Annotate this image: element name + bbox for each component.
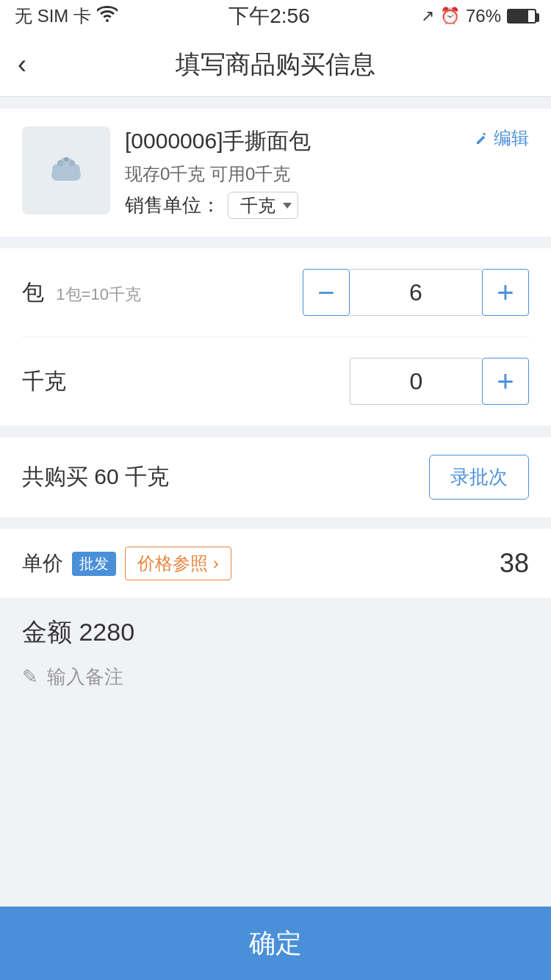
back-button[interactable]: ‹ (18, 49, 26, 80)
qty-input-kg[interactable] (350, 358, 482, 405)
status-time: 下午2:56 (228, 2, 310, 30)
quantity-section: 包 1包=10千克 − + 千克 + (0, 248, 551, 425)
price-section: 单价 批发 价格参照 › 38 (0, 529, 551, 598)
note-row[interactable]: ✎ 输入备注 (22, 664, 529, 690)
increment-bao-button[interactable]: + (482, 269, 529, 316)
qty-controls-kg: + (350, 358, 529, 405)
total-text: 共购买 60 千克 (22, 462, 169, 492)
edit-label: 编辑 (494, 126, 529, 150)
nav-bar: ‹ 填写商品购买信息 (0, 32, 551, 97)
status-left: 无 SIM 卡 (15, 4, 118, 28)
carrier-text: 无 SIM 卡 (15, 4, 91, 28)
quantity-row-bao: 包 1包=10千克 − + (22, 248, 529, 337)
amount-value: 2280 (79, 618, 134, 646)
product-thumbnail (22, 126, 110, 215)
product-stock: 现存0千克 可用0千克 (125, 162, 529, 186)
product-card: [0000006]手撕面包 编辑 现存0千克 可用0千克 销售单位： 千克 (0, 109, 551, 237)
price-row: 单价 批发 价格参照 › 38 (22, 547, 529, 580)
location-icon: ↗ (421, 7, 434, 26)
product-info: [0000006]手撕面包 编辑 现存0千克 可用0千克 销售单位： 千克 (125, 126, 529, 219)
total-prefix: 共购买 (22, 464, 88, 489)
total-unit: 千克 (125, 464, 169, 489)
svg-point-4 (57, 160, 63, 166)
status-bar: 无 SIM 卡 下午2:56 ↗ ⏰ 76% (0, 0, 551, 32)
increment-kg-button[interactable]: + (482, 358, 529, 405)
price-badge: 批发 (72, 552, 116, 576)
qty-input-bao[interactable] (350, 269, 482, 316)
batch-button[interactable]: 录批次 (429, 455, 529, 500)
qty-label-kg: 千克 (22, 367, 350, 397)
amount-label: 金额 (22, 618, 72, 646)
svg-point-5 (69, 160, 75, 166)
svg-point-6 (64, 157, 68, 162)
edit-button[interactable]: 编辑 (475, 126, 529, 150)
unit-label: 销售单位： (125, 192, 220, 218)
total-section: 共购买 60 千克 录批次 (0, 437, 551, 517)
battery-icon (507, 9, 536, 24)
quantity-row-kg: 千克 + (22, 337, 529, 425)
spacer (0, 702, 551, 922)
status-right: ↗ ⏰ 76% (421, 6, 536, 26)
qty-hint-bao: 1包=10千克 (56, 285, 141, 303)
amount-section: 金额 2280 ✎ 输入备注 (0, 598, 551, 702)
price-ref-button[interactable]: 价格参照 › (125, 547, 231, 580)
product-unit: 销售单位： 千克 (125, 192, 529, 219)
amount-row: 金额 2280 (22, 616, 529, 649)
qty-label-bao: 包 1包=10千克 (22, 278, 303, 308)
wifi-icon (97, 6, 118, 26)
note-icon: ✎ (22, 666, 38, 688)
battery-percent: 76% (466, 6, 501, 26)
confirm-button[interactable]: 确定 (0, 907, 551, 980)
note-placeholder: 输入备注 (47, 664, 123, 690)
total-value: 60 (94, 464, 118, 489)
price-value: 38 (500, 548, 529, 579)
decrement-bao-button[interactable]: − (303, 269, 350, 316)
price-label: 单价 (22, 550, 63, 577)
page-title: 填写商品购买信息 (176, 48, 375, 82)
unit-select[interactable]: 千克 (228, 192, 298, 219)
price-left: 单价 批发 价格参照 › (22, 547, 231, 580)
qty-controls-bao: − + (303, 269, 529, 316)
svg-rect-3 (51, 169, 81, 181)
product-name: [0000006]手撕面包 (125, 126, 311, 156)
alarm-icon: ⏰ (440, 7, 460, 26)
